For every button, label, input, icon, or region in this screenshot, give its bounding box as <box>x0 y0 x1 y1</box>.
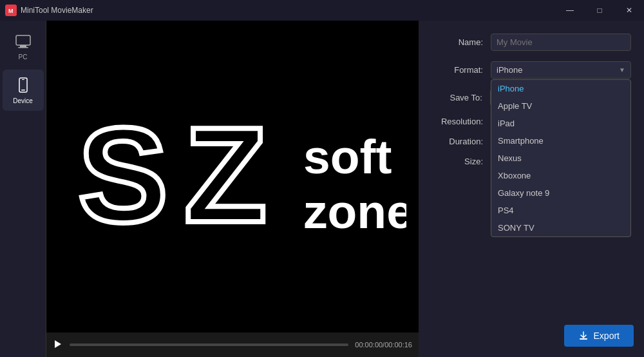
name-label: Name: <box>431 37 483 47</box>
app-logo: M <box>5 5 17 16</box>
export-icon <box>578 331 589 341</box>
chevron-down-icon: ▼ <box>619 66 625 73</box>
dropdown-item-xboxone[interactable]: Xboxone <box>491 167 630 184</box>
svg-rect-4 <box>18 47 28 48</box>
sidebar-item-device[interactable]: Device <box>3 70 44 111</box>
sidebar: PC Device <box>0 21 46 357</box>
dropdown-item-ipad[interactable]: iPad <box>491 115 630 132</box>
sidebar-item-pc[interactable]: PC <box>3 26 44 67</box>
export-button-label: Export <box>594 331 620 341</box>
player-controls: 00:00:00/00:00:16 <box>46 333 419 357</box>
sidebar-item-device-label: Device <box>13 97 33 104</box>
export-button[interactable]: Export <box>564 325 634 347</box>
dropdown-item-apple-tv[interactable]: Apple TV <box>491 97 630 115</box>
format-select[interactable]: iPhone ▼ <box>491 61 631 79</box>
svg-text:soft: soft <box>303 130 392 184</box>
content-area: S Z soft zone 00:00:00/00:00:16 <box>46 21 419 357</box>
svg-text:zone: zone <box>303 184 406 238</box>
svg-rect-7 <box>22 79 24 80</box>
svg-rect-2 <box>16 35 30 45</box>
dropdown-item-nexus[interactable]: Nexus <box>491 150 630 167</box>
resolution-label: Resolution: <box>431 117 483 126</box>
svg-text:Z: Z <box>184 99 263 251</box>
format-select-wrapper: iPhone ▼ iPhone Apple TV iPad Smartphone… <box>491 61 631 79</box>
save-to-label: Save To: <box>431 93 482 102</box>
video-player: S Z soft zone <box>46 21 419 333</box>
main-layout: PC Device S Z <box>0 21 644 357</box>
title-bar: M MiniTool MovieMaker — □ ✕ <box>0 0 644 21</box>
pc-icon <box>14 33 32 51</box>
device-icon <box>14 77 32 95</box>
dropdown-item-sony-tv[interactable]: SONY TV <box>491 219 630 236</box>
svg-rect-6 <box>21 90 25 91</box>
dropdown-item-smartphone[interactable]: Smartphone <box>491 132 630 150</box>
format-dropdown[interactable]: iPhone Apple TV iPad Smartphone Nexus Xb… <box>491 79 631 237</box>
name-row: Name: <box>431 34 631 51</box>
svg-text:S: S <box>78 99 163 251</box>
svg-rect-3 <box>20 45 26 47</box>
window-controls: — □ ✕ <box>555 0 644 21</box>
format-selected-value: iPhone <box>497 65 522 75</box>
dropdown-item-galaxy-note-9[interactable]: Galaxy note 9 <box>491 184 630 202</box>
right-panel: Name: Format: iPhone ▼ iPhone Apple TV i… <box>419 21 644 357</box>
svg-text:M: M <box>8 8 14 14</box>
duration-label: Duration: <box>431 137 483 146</box>
dropdown-item-ps4[interactable]: PS4 <box>491 202 630 219</box>
minimize-button[interactable]: — <box>555 0 585 21</box>
app-title: MiniTool MovieMaker <box>21 6 93 15</box>
format-label: Format: <box>431 65 483 75</box>
progress-bar[interactable] <box>70 343 348 346</box>
name-input[interactable] <box>491 34 631 51</box>
close-button[interactable]: ✕ <box>614 0 644 21</box>
video-content: S Z soft zone <box>59 80 406 273</box>
sidebar-item-pc-label: PC <box>19 53 28 61</box>
dropdown-item-iphone[interactable]: iPhone <box>491 80 630 97</box>
time-display: 00:00:00/00:00:16 <box>355 341 412 349</box>
svg-marker-12 <box>55 340 61 348</box>
svg-rect-13 <box>580 338 587 340</box>
video-thumbnail: S Z soft zone <box>46 21 419 333</box>
play-button[interactable] <box>53 339 63 351</box>
maximize-button[interactable]: □ <box>585 0 614 21</box>
size-label: Size: <box>431 157 483 166</box>
format-row: Format: iPhone ▼ iPhone Apple TV iPad Sm… <box>431 61 631 79</box>
